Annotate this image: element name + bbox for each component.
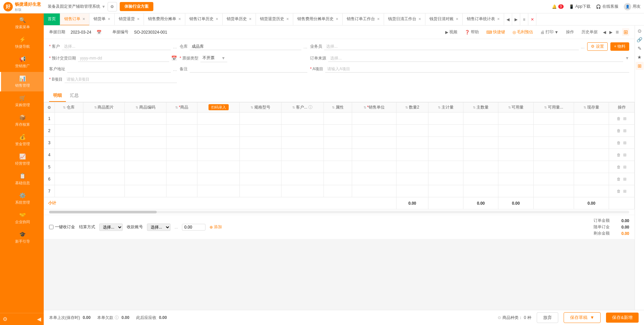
customer-input[interactable] bbox=[62, 43, 171, 50]
row1-avail2[interactable] bbox=[533, 113, 574, 125]
row1-scan[interactable] bbox=[197, 113, 240, 125]
payment-method-select[interactable]: 选择... bbox=[99, 224, 123, 231]
order-source-input[interactable] bbox=[328, 55, 623, 62]
right-icon-grid[interactable]: ⊞ bbox=[636, 62, 644, 70]
tab-sales-order-history-close[interactable]: ✕ bbox=[216, 17, 218, 21]
tab-sales-fee-history[interactable]: 销售费用分摊单历史 ✕ bbox=[293, 13, 343, 26]
profit-btn[interactable]: ◎ 毛利预估 bbox=[510, 29, 535, 36]
tab-sales-order-stats-close[interactable]: ✕ bbox=[497, 17, 500, 21]
view-btn[interactable]: ▶ 视频 bbox=[443, 29, 459, 36]
tab-sales-order-history[interactable]: 销售订单历史 ✕ bbox=[185, 13, 223, 26]
copy-icon[interactable]: ⊞ bbox=[623, 165, 627, 169]
tab-sales-order-workbench-close[interactable]: ✕ bbox=[377, 17, 380, 21]
copy-icon[interactable]: ⊞ bbox=[623, 140, 627, 145]
customer-expand-icon[interactable]: ... bbox=[173, 44, 177, 49]
th-spec-model[interactable]: 规格型号 bbox=[239, 103, 281, 113]
remarks-input[interactable] bbox=[190, 66, 307, 73]
tab-sales-fee-history-close[interactable]: ✕ bbox=[336, 17, 338, 21]
add-material-btn[interactable]: + 物料 bbox=[610, 42, 629, 51]
nav-prev-btn[interactable]: ◀ bbox=[603, 30, 606, 35]
customer-address-input[interactable] bbox=[67, 66, 171, 73]
tab-cash-daily-workbench[interactable]: 钱货日清工作台 ✕ bbox=[384, 13, 425, 26]
scroll-track[interactable] bbox=[49, 211, 629, 213]
copy-icon[interactable]: ⊞ bbox=[623, 153, 627, 157]
warehouse-input[interactable] bbox=[190, 43, 301, 50]
calendar-icon[interactable]: 📅 bbox=[97, 30, 102, 35]
copy-icon[interactable]: ⊞ bbox=[623, 116, 627, 121]
row5-ops[interactable]: 🗑 ⊞ bbox=[609, 161, 635, 173]
notification-item[interactable]: 🔔 9 bbox=[552, 4, 564, 9]
row1-warehouse[interactable] bbox=[55, 113, 83, 125]
row1-cust-code[interactable] bbox=[281, 113, 324, 125]
print-btn[interactable]: 🖨 打印 ▼ bbox=[538, 29, 561, 36]
invoice-type-select[interactable]: 不开票 ▼ bbox=[200, 54, 227, 62]
tab-sales-refund-close[interactable]: ✕ bbox=[137, 17, 140, 21]
th-sales-unit[interactable]: *销售单位 bbox=[352, 103, 396, 113]
online-support-item[interactable]: 🎧 在线客服 bbox=[596, 4, 618, 9]
detail-tab-detail[interactable]: 明细 bbox=[49, 90, 66, 102]
tab-next-btn[interactable]: ▶ bbox=[512, 13, 520, 26]
one-click-check-input[interactable] bbox=[49, 225, 53, 229]
delete-icon[interactable]: 🗑 bbox=[617, 153, 621, 157]
expected-date-input[interactable] bbox=[78, 55, 169, 62]
help-btn[interactable]: ❓ 帮助 bbox=[463, 29, 481, 36]
sidebar-item-operation[interactable]: 📈 经营管理 bbox=[0, 150, 44, 169]
delete-icon[interactable]: 🗑 bbox=[617, 165, 621, 169]
row1-attr[interactable] bbox=[324, 113, 352, 125]
right-icon-link[interactable]: 🔗 bbox=[636, 36, 644, 44]
tab-cash-daily-reconcile-close[interactable]: ✕ bbox=[456, 17, 458, 21]
account-select[interactable]: 选择... bbox=[147, 224, 171, 231]
sidebar-item-quick-nav[interactable]: ⚡ 快捷导航 bbox=[0, 33, 44, 52]
view-grid-icon[interactable]: ⊞ bbox=[622, 28, 629, 36]
sidebar-item-guide[interactable]: 🎓 新手引导 bbox=[0, 228, 44, 247]
tab-more-btn[interactable]: ≡ bbox=[520, 13, 528, 26]
tab-sales-return-close[interactable]: ✕ bbox=[108, 17, 110, 21]
tab-sales-return-history[interactable]: 销货单历史 ✕ bbox=[223, 13, 256, 26]
user-item[interactable]: 👤 用友 bbox=[624, 3, 641, 10]
amount-input[interactable] bbox=[182, 224, 205, 231]
sidebar-item-inventory[interactable]: 📦 库存核算 bbox=[0, 111, 44, 130]
discard-button[interactable]: 放弃 bbox=[537, 312, 558, 323]
tab-sales-refund-history[interactable]: 销货退货历史 ✕ bbox=[256, 13, 293, 26]
table-settings-icon[interactable]: ⚙ bbox=[47, 105, 51, 110]
th-scan[interactable]: 扫码录入 bbox=[197, 103, 240, 113]
th-attributes[interactable]: 属性 bbox=[324, 103, 352, 113]
shortcut-btn[interactable]: ⌨ 快捷键 bbox=[484, 29, 507, 36]
save-draft-button[interactable]: 保存草稿 ▼ bbox=[564, 312, 601, 323]
tab-sales-return[interactable]: 销货单 ✕ bbox=[89, 13, 115, 26]
delete-icon[interactable]: 🗑 bbox=[617, 128, 621, 133]
row1-code[interactable] bbox=[125, 113, 166, 125]
sidebar-collapse-icon[interactable]: ◀ bbox=[37, 316, 41, 322]
th-main-quantity[interactable]: 主数量 bbox=[463, 103, 498, 113]
customer-address-expand-icon[interactable]: ... bbox=[173, 67, 177, 72]
sidebar-item-purchase[interactable]: 🛒 采购管理 bbox=[0, 91, 44, 111]
sidebar-item-marketing[interactable]: 📢 营销推广 bbox=[0, 52, 44, 72]
scroll-thumb[interactable] bbox=[49, 211, 157, 213]
th-available2[interactable]: 可用量... bbox=[533, 103, 574, 113]
th-product-image[interactable]: 商品图片 bbox=[83, 103, 125, 113]
tab-sales-fee-split[interactable]: 销售费用分摊单 ✕ bbox=[144, 13, 185, 26]
tab-sales-return-history-close[interactable]: ✕ bbox=[249, 17, 252, 21]
sidebar-item-enterprise[interactable]: 🤝 企业协同 bbox=[0, 208, 44, 228]
sidebar-settings-icon[interactable]: ⚙ bbox=[3, 316, 7, 322]
salesperson-expand-icon[interactable]: ... bbox=[581, 44, 585, 49]
date-value[interactable]: 2023-03-24 bbox=[71, 30, 91, 35]
delete-icon[interactable]: 🗑 bbox=[617, 116, 621, 121]
row2-ops[interactable]: 🗑 ⊞ bbox=[609, 125, 635, 137]
tab-sales-order-stats[interactable]: 销售订单统计表 ✕ bbox=[463, 13, 504, 26]
detail-tab-summary[interactable]: 汇总 bbox=[66, 90, 83, 102]
right-icon-star[interactable]: ★ bbox=[636, 53, 644, 61]
nav-next-btn[interactable]: ▶ bbox=[609, 30, 612, 35]
sidebar-item-system[interactable]: ⚙️ 系统管理 bbox=[0, 189, 44, 208]
row1-main-qty[interactable] bbox=[463, 113, 498, 125]
save-new-button[interactable]: 保存&新增 bbox=[606, 313, 639, 323]
th-available[interactable]: 可用量 bbox=[498, 103, 533, 113]
right-icon-circle[interactable]: ⊙ bbox=[636, 27, 644, 35]
row1-product[interactable] bbox=[166, 113, 197, 125]
row1-image[interactable] bbox=[83, 113, 125, 125]
row1-avail[interactable] bbox=[498, 113, 533, 125]
th-warehouse[interactable]: 仓库 bbox=[55, 103, 83, 113]
tab-cash-daily-workbench-close[interactable]: ✕ bbox=[418, 17, 421, 21]
tab-sales-order-close[interactable]: ✕ bbox=[82, 17, 85, 21]
b-project-input[interactable] bbox=[65, 76, 177, 83]
